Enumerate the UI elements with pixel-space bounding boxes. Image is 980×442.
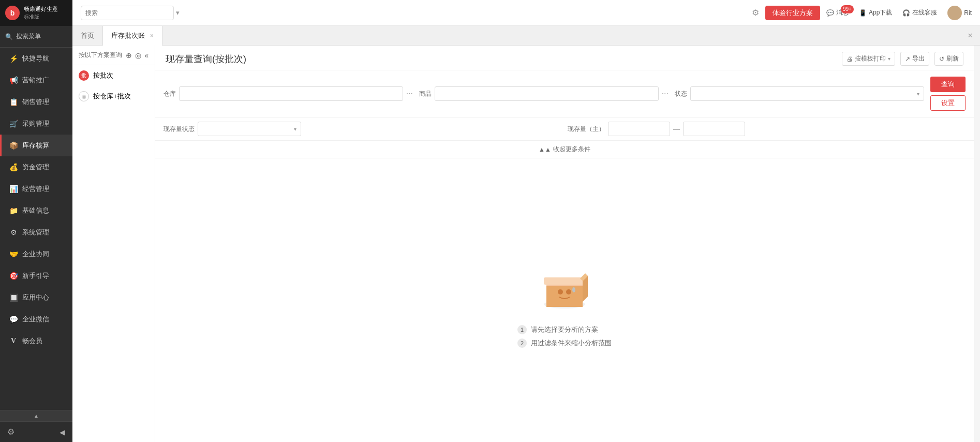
topbar: ▾ ⚙ 体验行业方案 💬 消息 99+ 📱 App下载 🎧 在线客服 Rit	[72, 0, 980, 26]
topbar-right: 💬 消息 99+ 📱 App下载 🎧 在线客服 Rit	[826, 6, 972, 20]
sidebar-search-area[interactable]: 🔍 搜索菜单	[0, 26, 72, 48]
search-menu-button[interactable]: 🔍 搜索菜单	[5, 30, 67, 43]
right-scrollbar[interactable]	[974, 46, 980, 442]
sidebar-item-label: 资金管理	[22, 163, 49, 172]
print-dropdown-arrow[interactable]: ▾	[888, 56, 890, 62]
svg-rect-2	[546, 286, 583, 307]
product-label: 商品	[419, 90, 432, 98]
warehouse-label: 仓库	[164, 90, 176, 98]
sidebar-item-guide[interactable]: 🎯 新手引导	[0, 265, 72, 287]
product-filter-group: 商品 ···	[419, 86, 669, 101]
collapse-sidebar-icon[interactable]: ◀	[60, 428, 65, 436]
inventory-status-label: 现存量状态	[164, 125, 195, 134]
sidebar-item-quick-nav[interactable]: ⚡ 快捷导航	[0, 48, 72, 69]
refresh-icon: ↺	[939, 55, 944, 63]
system-icon: ⚙	[9, 228, 18, 237]
trial-button[interactable]: 体验行业方案	[765, 6, 820, 20]
filter-add-icon[interactable]: ⊕	[126, 51, 132, 60]
sidebar-item-wechat[interactable]: 💬 企业微信	[0, 308, 72, 330]
refresh-button[interactable]: ↺ 刷新	[934, 52, 963, 66]
warehouse-input[interactable]	[179, 86, 403, 101]
tip-number-2: 2	[517, 338, 527, 348]
collapse-more-button[interactable]: ▲▲ 收起更多条件	[155, 141, 974, 158]
operations-icon: 📊	[9, 184, 18, 194]
basic-info-icon: 📁	[9, 206, 18, 215]
topbar-search: ▾	[81, 6, 746, 20]
filter-panel-header: 按以下方案查询 ⊕ ◎ «	[72, 46, 155, 65]
search-dropdown-icon[interactable]: ▾	[176, 9, 180, 17]
sidebar-item-purchase[interactable]: 🛒 采购管理	[0, 113, 72, 135]
filter-panel: 按以下方案查询 ⊕ ◎ « 批 按批次 ◎ 按仓库+批次	[72, 46, 155, 442]
print-button[interactable]: 🖨 按模板打印 ▾	[842, 52, 895, 66]
filter-item-by-warehouse-batch-label: 按仓库+批次	[93, 92, 131, 101]
messages-button[interactable]: 💬 消息 99+	[826, 8, 849, 17]
tab-home-label: 首页	[81, 31, 94, 40]
sidebar-item-system[interactable]: ⚙ 系统管理	[0, 222, 72, 243]
messages-badge: 99+	[841, 5, 854, 13]
status-dropdown-arrow: ▾	[917, 91, 919, 97]
sidebar-item-label: 畅会员	[22, 336, 42, 346]
app-logo: b	[5, 6, 20, 20]
marketing-icon: 📢	[9, 76, 18, 85]
collapse-label: 收起更多条件	[553, 145, 590, 154]
user-profile[interactable]: Rit	[947, 6, 972, 20]
app-download-button[interactable]: 📱 App下载	[859, 8, 892, 17]
collaboration-icon: 🤝	[9, 249, 18, 259]
tip-text-2: 用过滤条件来缩小分析范围	[531, 338, 612, 348]
page-header-actions: 🖨 按模板打印 ▾ ↗ 导出 ↺ 刷新	[842, 52, 963, 66]
query-settings-group: 查询 设置	[930, 77, 966, 111]
settings-button[interactable]: 设置	[930, 95, 966, 111]
sidebar-item-label: 经营管理	[22, 184, 49, 194]
sidebar: b 畅康通好生意 标准版 🔍 搜索菜单 ⚡ 快捷导航 📢 营销推广 📋 销售管理…	[0, 0, 72, 442]
range-dash: —	[673, 125, 680, 133]
filter-item-by-batch[interactable]: 批 按批次	[72, 65, 155, 86]
phone-icon: 📱	[859, 9, 867, 17]
sidebar-item-membership[interactable]: V 畅会员	[0, 330, 72, 352]
panel-close-button[interactable]: ×	[960, 26, 980, 46]
sidebar-item-label: 企业微信	[22, 315, 49, 324]
inventory-qty-max-input[interactable]	[683, 122, 745, 136]
sidebar-item-inventory[interactable]: 📦 库存核算	[0, 135, 72, 156]
inventory-qty-min-input[interactable]	[608, 122, 670, 136]
sidebar-item-basic-info[interactable]: 📁 基础信息	[0, 200, 72, 222]
tab-home[interactable]: 首页	[72, 26, 103, 46]
scroll-up-button[interactable]: ▲	[0, 410, 72, 421]
product-more-icon[interactable]: ···	[662, 89, 669, 98]
svg-point-6	[558, 289, 563, 294]
filter-setting-icon[interactable]: ◎	[135, 51, 141, 60]
inventory-status-dropdown: ▾	[294, 126, 296, 132]
print-icon: 🖨	[847, 55, 853, 63]
query-button[interactable]: 查询	[930, 77, 966, 92]
sidebar-item-app-center[interactable]: 🔲 应用中心	[0, 287, 72, 308]
status-select[interactable]: ▾	[690, 86, 924, 101]
tip-text-1: 请先选择要分析的方案	[531, 325, 598, 334]
inventory-status-select[interactable]: ▾	[198, 122, 301, 136]
topbar-gear-icon[interactable]: ⚙	[752, 8, 759, 18]
sidebar-item-finance[interactable]: 💰 资金管理	[0, 156, 72, 178]
print-label: 按模板打印	[855, 54, 886, 63]
sidebar-item-marketing[interactable]: 📢 营销推广	[0, 69, 72, 91]
tabbar: 首页 库存批次账 × ×	[72, 26, 980, 46]
tab-inventory-batch[interactable]: 库存批次账 ×	[103, 26, 162, 46]
sidebar-item-collaboration[interactable]: 🤝 企业协同	[0, 243, 72, 265]
online-support-button[interactable]: 🎧 在线客服	[902, 8, 937, 17]
content-area: 按以下方案查询 ⊕ ◎ « 批 按批次 ◎ 按仓库+批次 现存量查询(按批次)	[72, 46, 980, 442]
app-name-block: 畅康通好生意 标准版	[24, 5, 58, 20]
tab-close-icon[interactable]: ×	[150, 32, 154, 39]
export-button[interactable]: ↗ 导出	[900, 52, 929, 66]
sidebar-nav: ⚡ 快捷导航 📢 营销推广 📋 销售管理 🛒 采购管理 📦 库存核算 💰 资金管…	[0, 48, 72, 410]
export-label: 导出	[912, 54, 925, 63]
filter-collapse-icon[interactable]: «	[144, 51, 149, 60]
search-input[interactable]	[81, 6, 174, 20]
warehouse-more-icon[interactable]: ···	[406, 89, 413, 98]
filter-row-2: 现存量状态 ▾ 现存量（主） —	[155, 117, 974, 141]
settings-gear-icon[interactable]: ⚙	[7, 427, 14, 437]
empty-tip-1: 1 请先选择要分析的方案	[517, 325, 612, 334]
sidebar-item-sales[interactable]: 📋 销售管理	[0, 91, 72, 113]
sidebar-header: b 畅康通好生意 标准版	[0, 0, 72, 26]
filter-item-by-warehouse-batch[interactable]: ◎ 按仓库+批次	[72, 86, 155, 107]
product-input[interactable]	[435, 86, 659, 101]
sidebar-item-operations[interactable]: 📊 经营管理	[0, 178, 72, 200]
search-menu-label: 搜索菜单	[16, 32, 41, 41]
sidebar-item-label: 新手引导	[22, 271, 49, 281]
